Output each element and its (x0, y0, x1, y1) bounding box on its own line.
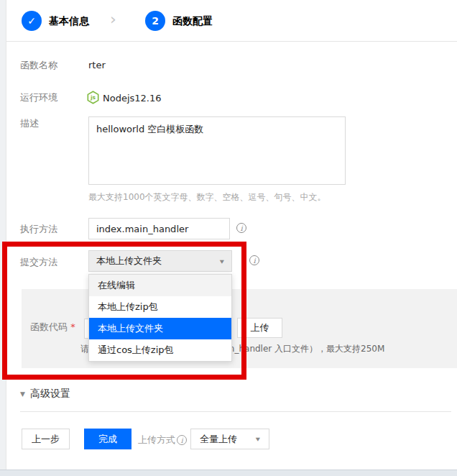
function-name-value: rter (88, 60, 106, 70)
function-code-label: 函数代码 * (30, 321, 75, 332)
upload-mode-info-icon[interactable]: i (177, 435, 187, 445)
runtime-label: 运行环境 (20, 92, 57, 103)
dropdown-option-online-edit[interactable]: 在线编辑 (89, 275, 231, 296)
upload-mode-label-text: 上传方式 (138, 434, 175, 447)
function-code-label-text: 函数代码 (30, 321, 68, 332)
dropdown-option-cos-zip[interactable]: 通过cos上传zip包 (89, 339, 231, 361)
triangle-down-icon: ▼ (20, 390, 25, 398)
description-textarea[interactable]: helloworld 空白模板函数 (88, 116, 346, 185)
finish-button[interactable]: 完成 (84, 429, 131, 449)
submit-method-select[interactable]: 本地上传文件夹 ▼ (88, 250, 232, 272)
header-divider (6, 41, 457, 42)
function-name-label: 函数名称 (20, 60, 57, 70)
handler-input[interactable] (88, 218, 230, 239)
dropdown-option-local-folder[interactable]: 本地上传文件夹 (89, 318, 231, 339)
step2-number: 2 (145, 11, 165, 31)
submit-method-dropdown: 在线编辑 本地上传zip包 本地上传文件夹 通过cos上传zip包 (88, 274, 232, 362)
upload-mode-select[interactable]: 全量上传 ▼ (190, 429, 269, 449)
nodejs-icon: js (87, 91, 99, 107)
description-hint: 最大支持1000个英文字母、数字、空格、逗号、句号、中文。 (88, 192, 326, 202)
advanced-settings-label: 高级设置 (30, 388, 70, 401)
footer-divider (20, 411, 451, 412)
step1-label: 基本信息 (49, 15, 89, 27)
handler-info-icon[interactable]: i (236, 223, 246, 233)
svg-text:js: js (90, 94, 96, 101)
submit-method-label: 提交方法 (20, 257, 57, 267)
page-bottom-strip (0, 470, 457, 476)
content-card (6, 0, 457, 470)
dropdown-option-local-zip[interactable]: 本地上传zip包 (89, 296, 231, 318)
advanced-settings-toggle[interactable]: ▼ 高级设置 (20, 388, 70, 401)
chevron-down-icon: ▼ (256, 436, 260, 442)
description-label: 描述 (20, 118, 39, 129)
step2-label: 函数配置 (172, 15, 213, 27)
page: ✓ 基本信息 › 2 函数配置 函数名称 rter 运行环境 js Nodejs… (0, 0, 457, 476)
step-chevron-icon: › (110, 12, 116, 27)
previous-step-button[interactable]: 上一步 (22, 429, 70, 449)
runtime-value: Nodejs12.16 (103, 93, 162, 104)
submit-method-info-icon[interactable]: i (249, 255, 259, 265)
upload-mode-selected-value: 全量上传 (200, 433, 237, 446)
upload-mode-label: 上传方式 i (138, 434, 187, 447)
handler-label: 执行方法 (20, 224, 57, 234)
submit-method-selected-value: 本地上传文件夹 (96, 255, 162, 267)
step1-check-icon: ✓ (22, 11, 42, 31)
upload-button[interactable]: 上传 (237, 318, 282, 338)
chevron-down-icon: ▼ (220, 258, 224, 264)
required-asterisk: * (70, 321, 75, 332)
